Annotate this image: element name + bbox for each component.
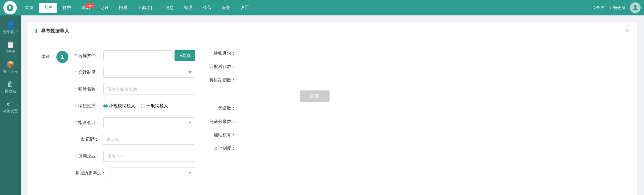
ledger-name-control (103, 84, 195, 94)
dialog-header: ⬆ 导爷数据导入 × (28, 22, 637, 40)
radio-group: 小规模纳税人 一般纳税人 (103, 101, 195, 111)
main-layout: 👤 全部客户 📋 0申报 📦 账套迁移 🗑 回收站 🏷 标签设置 ⬆ 导爷数据导… (0, 15, 644, 195)
nav-message[interactable]: 消息 (160, 3, 179, 13)
accounting-system-right-row: 会计制度： (209, 145, 330, 151)
account-month-row: 建账月份： (209, 50, 330, 56)
dialog-close-button[interactable]: × (624, 26, 631, 36)
tag-icon: 🏷 (7, 101, 14, 107)
dialog-body: 建账 1 * 选择文件： +浏览 (28, 40, 637, 195)
history-year-row: 参照历史年度： (75, 168, 195, 178)
play-icon: ▷ (609, 5, 612, 10)
accounting-system-right-label: 会计制度： (209, 145, 239, 151)
company-control (103, 151, 195, 161)
accountant-row: 指派会计： (75, 117, 195, 128)
all-customers-icon: 👤 (6, 21, 15, 28)
history-year-select[interactable] (109, 168, 195, 178)
voucher-entries-label: 凭证分录数： (209, 119, 239, 125)
voucher-entries-row: 凭证分录数： (209, 119, 330, 125)
nav-customer[interactable]: 客户 (39, 3, 57, 13)
build-account-button[interactable]: 建账 (300, 90, 330, 102)
fullscreen-icon: ⛶ (591, 5, 595, 10)
step-label: 建账 (41, 50, 50, 60)
memo-control (102, 134, 195, 145)
history-year-control (109, 168, 195, 178)
sidebar-item-migrate[interactable]: 📦 账套迁移 (0, 58, 21, 77)
nav-tax[interactable]: 报税 (114, 3, 132, 13)
nav-service[interactable]: 服务 (217, 3, 235, 13)
accountant-control (103, 117, 195, 128)
account-month-label: 建账月份： (209, 50, 239, 56)
nav-settings[interactable]: 设置 (236, 3, 254, 13)
company-row: 所属企业： (75, 151, 195, 161)
sidebar-item-all-customers[interactable]: 👤 全部客户 (0, 19, 21, 37)
accounting-system-row: 会计制度： (75, 67, 195, 78)
file-label: * 选择文件： (75, 53, 103, 59)
declare-icon: 📋 (6, 41, 15, 48)
match-subjects-row: 匹配科目数： (209, 64, 330, 70)
form-left: 建账 1 * 选择文件： +浏览 (41, 50, 195, 194)
ledger-name-label: 账簿名称： (75, 86, 103, 92)
tax-radio1[interactable] (103, 104, 108, 108)
tax-type-control: 小规模纳税人 一般纳税人 (103, 101, 195, 111)
memo-input[interactable] (102, 134, 195, 145)
tax-option1[interactable]: 小规模纳税人 (103, 103, 135, 109)
nav-invoice[interactable]: 票据 new (77, 3, 95, 13)
subject-init-row: 科目期初数： (209, 77, 330, 83)
recycle-icon: 🗑 (7, 81, 14, 87)
tax-option2[interactable]: 一般纳税人 (141, 103, 168, 109)
dialog-container: ⬆ 导爷数据导入 × 建账 1 * (28, 22, 637, 195)
sidebar-item-declare[interactable]: 📋 0申报 (0, 39, 21, 57)
company-label: 所属企业： (75, 153, 103, 159)
step-section: 建账 1 * 选择文件： +浏览 (41, 50, 195, 184)
nav-manage[interactable]: 管理 (179, 3, 197, 13)
nav-operation[interactable]: 经营 (198, 3, 216, 13)
nav-business[interactable]: 工商项目 (133, 3, 160, 13)
nav-home[interactable]: 首页 (20, 3, 38, 13)
history-year-label: 参照历史年度： (75, 170, 109, 176)
upload-icon: ⬆ (34, 28, 38, 34)
aux-accounting-label: 辅助核算： (209, 132, 239, 138)
aux-accounting-row: 辅助核算： (209, 132, 330, 138)
accounting-system-select[interactable] (103, 67, 195, 78)
sidebar: 👤 全部客户 📋 0申报 📦 账套迁移 🗑 回收站 🏷 标签设置 (0, 15, 21, 195)
memo-label: 助记码： (75, 136, 102, 142)
file-input-row: +浏览 (103, 50, 195, 61)
form-right: 建账月份： 匹配科目数： 科目期初数： 建账 (209, 50, 330, 194)
top-navbar: 首页 客户 收费 票据 new 记账 报税 工商项目 消息 管理 经营 服务 设… (0, 0, 644, 15)
migrate-icon: 📦 (6, 61, 15, 68)
nav-items: 首页 客户 收费 票据 new 记账 报税 工商项目 消息 管理 经营 服务 设… (20, 3, 591, 13)
form-main: 建账 1 * 选择文件： +浏览 (41, 50, 624, 194)
nav-right: ⛶ 全屏 ▷ 畅会员 (591, 2, 641, 13)
sidebar-item-recycle[interactable]: 🗑 回收站 (0, 78, 21, 96)
accounting-system-control (103, 67, 195, 78)
member-btn[interactable]: ▷ 畅会员 (609, 5, 625, 11)
file-control: +浏览 (103, 50, 195, 61)
accountant-label: 指派会计： (75, 120, 103, 126)
company-input[interactable] (103, 151, 195, 161)
nav-fee[interactable]: 收费 (58, 3, 76, 13)
voucher-row: 凭证数： (209, 105, 330, 111)
file-input[interactable] (103, 50, 173, 61)
ledger-name-input[interactable] (103, 84, 195, 94)
tax-radio2[interactable] (141, 104, 145, 108)
new-badge: new (85, 3, 94, 8)
ledger-name-row: 账簿名称： (75, 84, 195, 94)
file-row: * 选择文件： +浏览 (75, 50, 195, 61)
match-subjects-label: 匹配科目数： (209, 64, 239, 70)
voucher-label: 凭证数： (209, 105, 239, 111)
form-fields: * 选择文件： +浏览 (75, 50, 195, 184)
content-area: ⬆ 导爷数据导入 × 建账 1 * (21, 15, 644, 195)
tax-type-row: 纳税性质： 小规模纳税人 (75, 101, 195, 111)
accounting-system-label: 会计制度： (75, 69, 103, 75)
avatar[interactable] (630, 2, 641, 13)
sidebar-item-tag[interactable]: 🏷 标签设置 (0, 98, 21, 116)
accountant-select[interactable] (103, 117, 195, 128)
fullscreen-btn[interactable]: ⛶ 全屏 (591, 5, 604, 11)
memo-row: 助记码： (75, 134, 195, 145)
dialog-title: ⬆ 导爷数据导入 (34, 28, 69, 34)
nav-accounting[interactable]: 记账 (95, 3, 113, 13)
logo (3, 1, 17, 14)
tax-type-label: 纳税性质： (75, 103, 103, 109)
browse-button[interactable]: +浏览 (175, 50, 195, 61)
build-btn-row: 建账 (209, 90, 330, 102)
